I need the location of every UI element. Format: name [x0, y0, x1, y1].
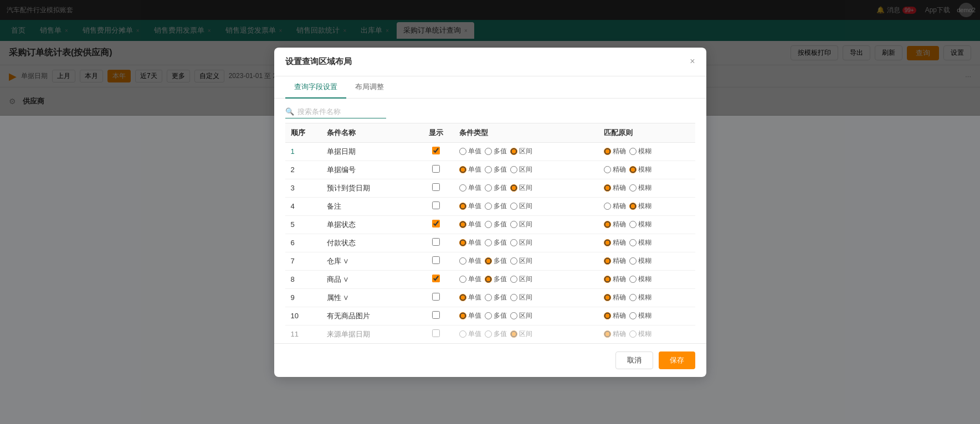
modal-search-area: 🔍	[274, 99, 706, 116]
modal-tabs: 查询字段设置 布局调整	[274, 76, 706, 99]
modal-header: 设置查询区域布局 ×	[274, 48, 706, 76]
modal-title: 设置查询区域布局	[285, 56, 352, 67]
modal-close-button[interactable]: ×	[690, 56, 695, 66]
settings-modal: 设置查询区域布局 × 查询字段设置 布局调整 🔍 顺序 条件名称 显示	[274, 48, 706, 116]
tab-query-fields[interactable]: 查询字段设置	[285, 76, 346, 99]
search-wrap: 🔍	[285, 105, 386, 116]
search-icon: 🔍	[285, 107, 294, 116]
tab-layout-adjust[interactable]: 布局调整	[346, 76, 393, 99]
modal-overlay: 设置查询区域布局 × 查询字段设置 布局调整 🔍 顺序 条件名称 显示	[0, 0, 980, 116]
search-input[interactable]	[297, 107, 386, 116]
